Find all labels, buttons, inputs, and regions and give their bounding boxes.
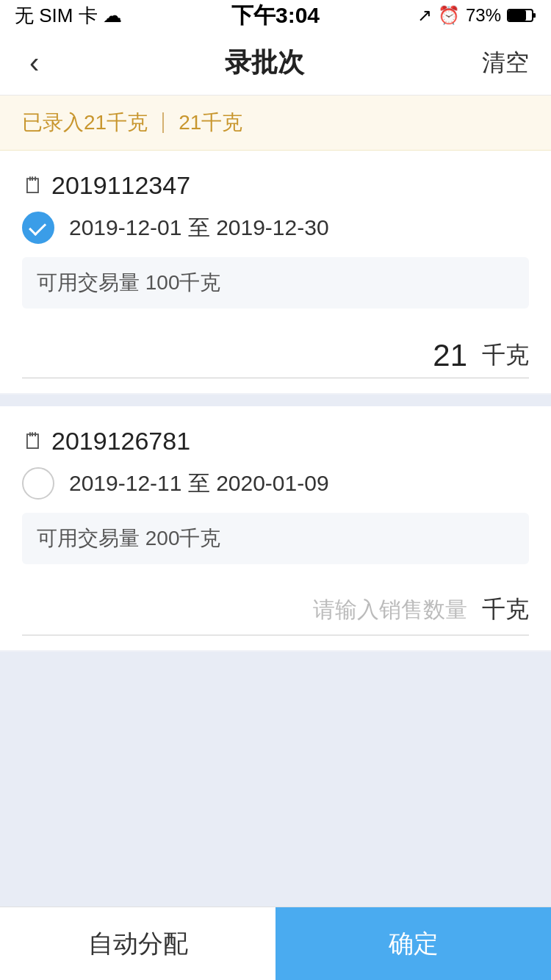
- batch-1-date: 2019-12-01 至 2019-12-30: [69, 213, 329, 243]
- batch-2-row: 2019-12-11 至 2020-01-09: [22, 467, 529, 500]
- batch-2-input-row: 请输入销售数量 千克: [22, 579, 529, 630]
- batch-1-underline: [22, 378, 529, 378]
- status-time: 下午3:04: [231, 1, 320, 31]
- batch-2-input-placeholder[interactable]: 请输入销售数量: [22, 595, 467, 625]
- batch-1-header: 🗒 2019112347: [22, 171, 529, 200]
- status-bar: 无 SIM 卡 ☁ 下午3:04 ↗ ⏰ 73%: [0, 0, 551, 31]
- location-icon: ↗: [417, 5, 432, 26]
- svg-rect-2: [508, 10, 526, 21]
- batch-1-id: 2019112347: [51, 171, 190, 200]
- status-right: ↗ ⏰ 73%: [417, 5, 536, 26]
- section-divider: [0, 394, 551, 406]
- sim-label: 无 SIM 卡 ☁: [15, 3, 122, 29]
- status-left: 无 SIM 卡 ☁: [15, 3, 122, 29]
- battery-icon: [507, 7, 536, 24]
- batch-2-avail: 可用交易量 200千克: [22, 513, 529, 564]
- doc-icon-2: 🗒: [22, 429, 44, 454]
- batch-2-id: 2019126781: [51, 427, 190, 455]
- info-banner: 已录入21千克 21千克: [0, 96, 551, 151]
- batch-1-radio[interactable]: [22, 212, 54, 244]
- back-button[interactable]: ‹: [22, 39, 46, 87]
- page-title: 录批次: [225, 45, 304, 81]
- batch-2-underline: [22, 635, 529, 635]
- doc-icon-1: 🗒: [22, 173, 44, 198]
- auto-distribute-button[interactable]: 自动分配: [0, 907, 276, 980]
- batch-2-card: 🗒 2019126781 2019-12-11 至 2020-01-09 可用交…: [0, 406, 551, 650]
- batch-2-quantity-unit: 千克: [482, 594, 529, 626]
- battery-label: 73%: [466, 5, 501, 26]
- alarm-icon: ⏰: [438, 5, 460, 26]
- banner-divider: [162, 112, 164, 133]
- svg-rect-1: [533, 13, 536, 18]
- clear-button[interactable]: 清空: [482, 47, 529, 79]
- batch-1-avail: 可用交易量 100千克: [22, 257, 529, 309]
- batch-1-row: 2019-12-01 至 2019-12-30: [22, 212, 529, 244]
- recorded-amount: 已录入21千克: [22, 109, 148, 137]
- total-amount: 21千克: [179, 109, 242, 137]
- bottom-bar: 自动分配 确定: [0, 907, 551, 980]
- batch-2-radio[interactable]: [22, 467, 54, 500]
- batch-1-quantity-unit: 千克: [482, 339, 529, 372]
- confirm-button[interactable]: 确定: [276, 907, 551, 980]
- batch-2-date: 2019-12-11 至 2020-01-09: [69, 469, 329, 499]
- batch-1-quantity-row: 21 千克: [22, 323, 529, 373]
- batch-1-card: 🗒 2019112347 2019-12-01 至 2019-12-30 可用交…: [0, 151, 551, 393]
- batch-2-header: 🗒 2019126781: [22, 427, 529, 455]
- batch-1-quantity-value: 21: [433, 338, 467, 373]
- nav-bar: ‹ 录批次 清空: [0, 31, 551, 96]
